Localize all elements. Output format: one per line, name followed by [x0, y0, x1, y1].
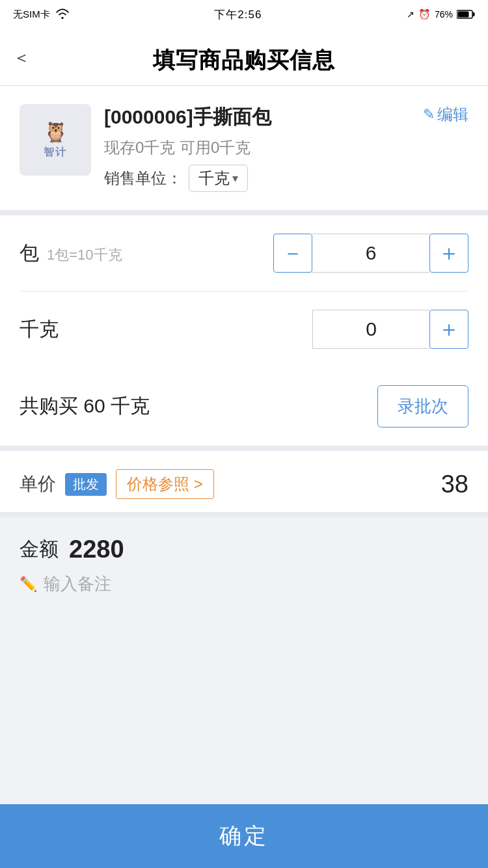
- price-tag: 批发: [65, 473, 107, 496]
- package-input[interactable]: 6: [312, 234, 429, 273]
- product-stock: 现存0千克 可用0千克: [104, 137, 468, 158]
- product-name: [0000006]手撕面包: [104, 104, 271, 131]
- empty-area: [0, 608, 488, 817]
- location-icon: ↗: [407, 9, 414, 20]
- kg-label: 千克: [20, 316, 59, 343]
- edit-icon: ✎: [423, 106, 435, 123]
- product-unit-row: 销售单位： 千克 ▾: [104, 165, 468, 192]
- input-section: 包 1包=10千克 － 6 ＋ 千克 0 ＋: [0, 215, 488, 367]
- kg-increment-button[interactable]: ＋: [429, 310, 468, 349]
- unit-value: 千克: [198, 168, 230, 189]
- unit-label: 销售单位：: [104, 168, 182, 189]
- price-ref-button[interactable]: 价格参照 >: [116, 469, 214, 499]
- product-logo-icon: 🦉: [44, 120, 68, 143]
- product-card: 🦉 智计 [0000006]手撕面包 ✎ 编辑 现存0千克 可用0千克 销售单位…: [0, 86, 488, 215]
- price-label-group: 单价 批发 价格参照 >: [20, 469, 214, 499]
- package-label: 包 1包=10千克: [20, 240, 122, 267]
- package-input-row: 包 1包=10千克 － 6 ＋: [20, 215, 468, 292]
- price-ref-label: 价格参照 >: [127, 474, 203, 495]
- status-bar: 无SIM卡 下午2:56 ↗ ⏰ 76%: [0, 0, 488, 29]
- price-value: 38: [441, 470, 468, 498]
- wifi-icon: [55, 8, 70, 21]
- amount-row: 金额 2280: [20, 536, 468, 563]
- summary-row: 共购买 60 千克 录批次: [0, 367, 488, 451]
- confirm-button[interactable]: 确定: [0, 804, 488, 868]
- package-hint: 1包=10千克: [47, 245, 122, 265]
- unit-select[interactable]: 千克 ▾: [189, 165, 248, 192]
- kg-qty-control: 0 ＋: [312, 310, 468, 349]
- remark-row[interactable]: ✏️ 输入备注: [20, 573, 468, 595]
- nav-bar: ＜ 填写商品购买信息: [0, 29, 488, 86]
- package-decrement-button[interactable]: －: [273, 234, 312, 273]
- pencil-icon: ✏️: [20, 576, 37, 593]
- product-brand: 智计: [44, 146, 67, 159]
- amount-label: 金额: [20, 536, 59, 563]
- edit-label: 编辑: [437, 104, 468, 125]
- amount-value: 2280: [69, 536, 124, 563]
- price-label: 单价: [20, 472, 56, 496]
- alarm-icon: ⏰: [418, 8, 431, 20]
- amount-section: 金额 2280 ✏️ 输入备注: [0, 517, 488, 608]
- back-button[interactable]: ＜: [13, 46, 30, 68]
- battery-text: 76%: [435, 9, 453, 20]
- carrier-text: 无SIM卡: [13, 8, 50, 21]
- status-right: ↗ ⏰ 76%: [407, 8, 475, 20]
- page-title: 填写商品购买信息: [153, 46, 335, 75]
- remark-placeholder: 输入备注: [44, 573, 111, 595]
- price-row: 单价 批发 价格参照 > 38: [20, 469, 468, 499]
- batch-button[interactable]: 录批次: [377, 385, 468, 427]
- battery-icon: [457, 10, 475, 19]
- chevron-down-icon: ▾: [232, 171, 238, 185]
- edit-button[interactable]: ✎ 编辑: [423, 104, 468, 125]
- svg-rect-1: [472, 12, 474, 16]
- kg-input-row: 千克 0 ＋: [20, 292, 468, 367]
- kg-input[interactable]: 0: [312, 310, 429, 349]
- status-left: 无SIM卡: [13, 8, 70, 21]
- price-section: 单价 批发 价格参照 > 38: [0, 451, 488, 517]
- status-time: 下午2:56: [214, 7, 262, 22]
- summary-text: 共购买 60 千克: [20, 393, 150, 420]
- product-info: [0000006]手撕面包 ✎ 编辑 现存0千克 可用0千克 销售单位： 千克 …: [104, 104, 468, 192]
- svg-rect-2: [457, 12, 468, 18]
- package-qty-control: － 6 ＋: [273, 234, 468, 273]
- package-increment-button[interactable]: ＋: [429, 234, 468, 273]
- product-thumbnail: 🦉 智计: [20, 104, 91, 176]
